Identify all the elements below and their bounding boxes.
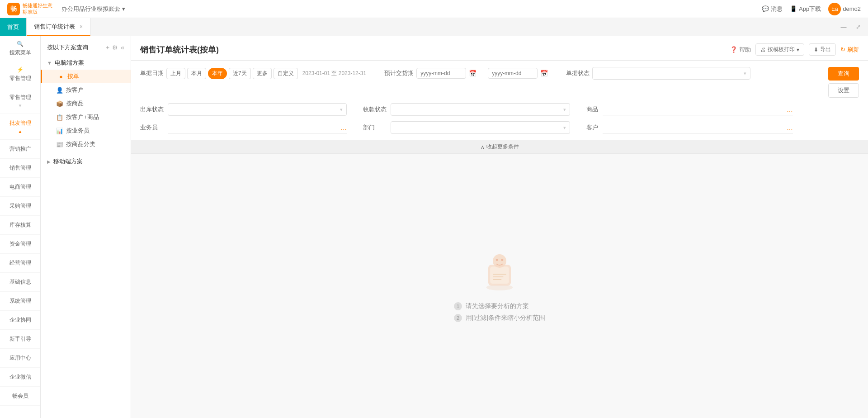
sidebar-item-corpwx[interactable]: 企业微信 [0,368,40,387]
date-btn-custom[interactable]: 自定义 [274,68,298,79]
sidebar-item-finance[interactable]: 资金管理 [0,235,40,254]
export-icon: ⬇ [814,47,818,53]
by-goods-icon: 📦 [56,100,63,107]
query-buttons: 查询 设置 [828,67,859,98]
expand-icon: ▼ [47,60,52,66]
by-salesperson-icon: 📊 [56,127,63,134]
sidebar-item-inventory[interactable]: 库存核算 [0,216,40,235]
expected-date-start[interactable] [416,68,466,79]
main-layout: 🔍 搜索菜单 ⚡ 零售管理 零售管理 ▼ 批发管理 ▲ 营销推广 销售管理 电商… [0,36,868,418]
logo-area: 畅 畅捷通好生意 标准版 [7,3,52,15]
title-dropdown-icon[interactable]: ▾ [122,5,125,12]
sidebar-item-corp[interactable]: 企业协同 [0,311,40,330]
sidebar-item-member[interactable]: 畅会员 [0,387,40,406]
empty-tips: 1 请先选择要分析的方案 2 用[过滤]条件来缩小分析范围 [454,302,545,322]
tab-bar: 首页 销售订单统计表 × — ⤢ [0,18,868,36]
content-area: 按以下方案查询 + ⚙ « ▼ 电脑端方案 ● 按单 👤 按客户 [41,36,868,418]
query-button[interactable]: 查询 [828,67,859,81]
svg-point-5 [501,259,503,261]
logo-text: 畅捷通好生意 标准版 [23,3,52,14]
goods-more-icon[interactable]: … [787,106,793,113]
calendar-icon-end[interactable]: 📅 [540,70,548,77]
delivery-arrow: ▾ [340,107,343,113]
tab-maximize-btn[interactable]: ⤢ [853,22,863,33]
sidebar-item-marketing[interactable]: 营销推广 [0,140,40,159]
panel-actions: + ⚙ « [106,44,124,51]
calendar-icon-start[interactable]: 📅 [469,70,476,77]
tab-home[interactable]: 首页 [0,18,27,36]
date-range-text: 2023-01-01 至 2023-12-31 [302,70,366,77]
sidebar-item-quick-nav[interactable]: ⚡ 零售管理 [0,61,40,88]
left-panel: 按以下方案查询 + ⚙ « ▼ 电脑端方案 ● 按单 👤 按客户 [41,36,131,418]
refresh-icon: ↻ [840,46,845,53]
tree-section-mobile: ▶ 移动端方案 [41,153,131,170]
sidebar-item-purchase[interactable]: 采购管理 [0,197,40,216]
tree-child-by-order[interactable]: ● 按单 [41,70,131,83]
tree-parent-pc[interactable]: ▼ 电脑端方案 [41,56,131,70]
panel-collapse-icon[interactable]: « [121,44,124,51]
page-header: 销售订单统计表(按单) ❓ 帮助 🖨 按模板打印 ▾ ⬇ 导出 [131,36,868,61]
payment-status-select[interactable]: ▾ [391,103,570,116]
sidebar-item-retail[interactable]: 零售管理 ▼ [0,88,40,114]
quick-nav-icon: ⚡ [17,66,24,73]
sidebar-search[interactable]: 🔍 搜索菜单 [0,36,40,61]
print-button[interactable]: 🖨 按模板打印 ▾ [755,43,804,56]
svg-point-4 [496,259,498,261]
date-btn-this-month[interactable]: 本月 [187,68,206,79]
date-btn-last7[interactable]: 近7天 [229,68,251,79]
logo-icon: 畅 [7,3,20,15]
tree-child-by-cust-goods[interactable]: 📋 按客户+商品 [41,110,131,124]
tab-active[interactable]: 销售订单统计表 × [27,18,90,36]
delivery-status-label: 出库状态 [140,105,165,114]
date-btn-this-year[interactable]: 本年 [208,68,227,79]
date-btn-more[interactable]: 更多 [253,68,272,79]
department-select[interactable]: ▾ [391,121,570,134]
settings-button[interactable]: 设置 [828,83,859,98]
tree-child-by-goods[interactable]: 📦 按商品 [41,97,131,110]
print-dropdown-icon: ▾ [797,47,799,53]
sidebar-item-ecommerce[interactable]: 电商管理 [0,178,40,197]
export-button[interactable]: ⬇ 导出 [809,43,836,56]
sidebar-item-basic[interactable]: 基础信息 [0,273,40,292]
sidebar-item-appcenter[interactable]: 应用中心 [0,349,40,368]
refresh-button[interactable]: ↻ 刷新 [840,46,859,54]
tree-section-pc: ▼ 电脑端方案 ● 按单 👤 按客户 📦 按商品 📋 按客户+商品 [41,54,131,153]
customer-label: 客户 [586,124,600,132]
tab-minimize-btn[interactable]: — [838,22,849,33]
collapse-bar[interactable]: ∧ 收起更多条件 [131,140,868,154]
tree-child-by-salesperson[interactable]: 📊 按业务员 [41,124,131,138]
expected-date-end[interactable] [488,68,538,79]
by-cust-goods-icon: 📋 [56,114,63,121]
panel-add-icon[interactable]: + [106,44,109,51]
sidebar-item-system[interactable]: 系统管理 [0,292,40,311]
payment-status-label: 收款状态 [363,105,388,114]
message-button[interactable]: 💬 消息 [762,5,783,13]
sidebar-item-operations[interactable]: 经营管理 [0,254,40,273]
customer-more-icon[interactable]: … [787,124,793,131]
tree-child-by-category[interactable]: 📰 按商品分类 [41,138,131,151]
user-menu[interactable]: Ea demo2 [828,3,861,15]
mobile-expand-icon: ▶ [47,159,51,164]
top-title: 办公用品行业模拟账套 ▾ [61,5,753,13]
date-label: 单据日期 [140,69,164,77]
goods-label: 商品 [586,105,600,114]
by-customer-icon: 👤 [56,86,63,94]
tab-close-icon[interactable]: × [80,24,83,30]
doc-status-select[interactable]: ▾ [592,67,750,80]
top-bar: 畅 畅捷通好生意 标准版 办公用品行业模拟账套 ▾ 💬 消息 📱 App下载 E… [0,0,868,18]
sidebar-item-sales[interactable]: 销售管理 [0,159,40,178]
help-button[interactable]: ❓ 帮助 [730,46,751,54]
svg-rect-2 [490,267,509,284]
sidebar-item-newbie[interactable]: 新手引导 [0,330,40,349]
tree-parent-mobile[interactable]: ▶ 移动端方案 [41,155,131,168]
panel-settings-icon[interactable]: ⚙ [112,44,118,51]
tree-child-by-customer[interactable]: 👤 按客户 [41,83,131,97]
svg-point-3 [493,254,506,268]
salesperson-more-icon[interactable]: … [340,124,347,131]
sidebar-item-wholesale[interactable]: 批发管理 ▲ [0,114,40,140]
date-btn-prev-month[interactable]: 上月 [166,68,185,79]
app-download-button[interactable]: 📱 App下载 [790,5,821,13]
sidebar: 🔍 搜索菜单 ⚡ 零售管理 零售管理 ▼ 批发管理 ▲ 营销推广 销售管理 电商… [0,36,41,418]
page-title: 销售订单统计表(按单) [140,44,219,55]
delivery-status-select[interactable]: ▾ [168,103,347,116]
